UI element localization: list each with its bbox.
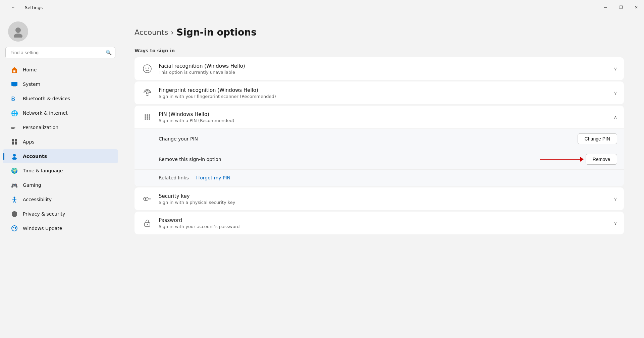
svg-point-43 — [147, 224, 148, 225]
setting-icon-facial — [141, 63, 153, 75]
nav-label-home: Home — [23, 67, 37, 72]
svg-point-25 — [146, 68, 147, 69]
chevron-fingerprint: ∨ — [614, 90, 617, 96]
svg-point-12 — [13, 154, 16, 157]
nav-label-update: Windows Update — [23, 226, 62, 231]
svg-rect-3 — [11, 82, 17, 86]
svg-rect-10 — [12, 142, 14, 145]
svg-point-23 — [12, 226, 17, 231]
setting-title-fingerprint: Fingerprint recognition (Windows Hello) — [159, 87, 610, 93]
nav-icon-update — [11, 225, 18, 232]
svg-point-18 — [14, 197, 15, 199]
nav-icon-apps — [11, 138, 18, 146]
sidebar-item-personalization[interactable]: ✏️ Personalization — [3, 120, 118, 134]
setting-icon-fingerprint — [141, 87, 153, 99]
sidebar: 🔍 Home System Ƀ Bluetooth & devices 🌐 Ne… — [0, 13, 121, 338]
svg-point-0 — [15, 27, 21, 33]
remove-sign-in-row: Remove this sign-in option Remove — [135, 149, 624, 170]
nav-icon-network: 🌐 — [11, 109, 18, 117]
back-button[interactable]: ← — [5, 2, 21, 13]
user-profile — [0, 13, 121, 47]
svg-point-30 — [149, 114, 150, 116]
nav-label-accounts: Accounts — [23, 154, 47, 159]
chevron-facial: ∨ — [614, 66, 617, 71]
sidebar-item-time[interactable]: 🌍 Time & language — [3, 164, 118, 178]
svg-line-22 — [14, 201, 16, 203]
sidebar-item-accessibility[interactable]: Accessibility — [3, 192, 118, 207]
main-content: Accounts › Sign-in options Ways to sign … — [121, 13, 644, 338]
sidebar-item-privacy[interactable]: Privacy & security — [3, 207, 118, 221]
nav-label-bluetooth: Bluetooth & devices — [23, 96, 70, 101]
arrow-annotation — [540, 157, 584, 162]
sidebar-item-accounts[interactable]: Accounts — [3, 149, 118, 163]
setting-card-password: Password Sign in with your account's pas… — [135, 212, 624, 234]
app-body: 🔍 Home System Ƀ Bluetooth & devices 🌐 Ne… — [0, 13, 644, 338]
svg-point-1 — [14, 34, 22, 38]
sidebar-item-gaming[interactable]: 🎮 Gaming — [3, 178, 118, 192]
setting-subtitle-fingerprint: Sign in with your fingerprint scanner (R… — [159, 94, 610, 99]
sidebar-item-network[interactable]: 🌐 Network & internet — [3, 106, 118, 120]
chevron-password: ∨ — [614, 220, 617, 226]
setting-title-password: Password — [159, 217, 610, 223]
setting-title-facial: Facial recognition (Windows Hello) — [159, 63, 610, 69]
setting-title-security_key: Security key — [159, 193, 610, 199]
sidebar-item-bluetooth[interactable]: Ƀ Bluetooth & devices — [3, 92, 118, 106]
svg-text:🌍: 🌍 — [12, 168, 18, 174]
svg-point-33 — [149, 116, 150, 118]
setting-row-password[interactable]: Password Sign in with your account's pas… — [135, 212, 624, 234]
nav-icon-gaming: 🎮 — [11, 181, 18, 189]
svg-point-27 — [146, 92, 148, 94]
sidebar-item-update[interactable]: Windows Update — [3, 221, 118, 235]
change-pin-label: Change your PIN — [159, 136, 198, 142]
setting-row-facial[interactable]: Facial recognition (Windows Hello) This … — [135, 57, 624, 80]
svg-point-28 — [145, 114, 146, 116]
sidebar-nav: Home System Ƀ Bluetooth & devices 🌐 Netw… — [0, 62, 121, 236]
minimize-button[interactable]: ─ — [598, 2, 613, 13]
sidebar-item-home[interactable]: Home — [3, 63, 118, 77]
remove-button[interactable]: Remove — [586, 154, 617, 165]
nav-label-privacy: Privacy & security — [23, 211, 65, 217]
close-button[interactable]: ✕ — [629, 2, 644, 13]
nav-label-personalization: Personalization — [23, 125, 58, 130]
change-pin-button[interactable]: Change PIN — [578, 133, 617, 144]
svg-text:Ƀ: Ƀ — [11, 95, 15, 102]
setting-subtitle-security_key: Sign in with a physical security key — [159, 200, 610, 205]
remove-sign-in-label: Remove this sign-in option — [159, 157, 221, 162]
chevron-pin: ∧ — [614, 114, 617, 120]
sidebar-item-system[interactable]: System — [3, 77, 118, 91]
setting-row-security_key[interactable]: Security key Sign in with a physical sec… — [135, 187, 624, 210]
setting-card-pin: PIN (Windows Hello) Sign in with a PIN (… — [135, 106, 624, 186]
maximize-button[interactable]: ❐ — [613, 2, 629, 13]
svg-point-13 — [12, 157, 17, 160]
svg-point-35 — [147, 118, 148, 120]
nav-icon-bluetooth: Ƀ — [11, 95, 18, 102]
setting-row-pin[interactable]: PIN (Windows Hello) Sign in with a PIN (… — [135, 106, 624, 129]
sidebar-item-apps[interactable]: Apps — [3, 135, 118, 149]
arrow-head — [580, 157, 584, 162]
search-input[interactable] — [5, 47, 115, 58]
svg-rect-4 — [13, 86, 16, 87]
svg-point-36 — [149, 118, 150, 120]
nav-icon-accounts — [11, 153, 18, 160]
forgot-pin-link[interactable]: I forgot my PIN — [196, 175, 230, 180]
change-pin-row: Change your PIN Change PIN — [135, 129, 624, 149]
setting-icon-security_key — [141, 193, 153, 205]
pin-expanded-section: Change your PIN Change PIN Remove this s… — [135, 129, 624, 186]
window-controls: ─ ❐ ✕ — [598, 2, 644, 13]
svg-rect-11 — [15, 142, 17, 145]
svg-point-29 — [147, 114, 148, 116]
svg-rect-8 — [12, 139, 14, 142]
setting-row-fingerprint[interactable]: Fingerprint recognition (Windows Hello) … — [135, 81, 624, 104]
nav-label-gaming: Gaming — [23, 182, 41, 188]
nav-label-time: Time & language — [23, 168, 63, 173]
svg-text:✏️: ✏️ — [11, 125, 16, 131]
breadcrumb-current: Sign-in options — [176, 27, 257, 38]
setting-text-security_key: Security key Sign in with a physical sec… — [159, 193, 610, 205]
svg-point-26 — [148, 68, 149, 69]
svg-rect-9 — [15, 139, 17, 142]
search-icon: 🔍 — [106, 50, 112, 56]
avatar — [8, 21, 28, 42]
svg-point-31 — [145, 116, 146, 118]
svg-text:🎮: 🎮 — [11, 182, 18, 188]
setting-icon-pin — [141, 111, 153, 123]
